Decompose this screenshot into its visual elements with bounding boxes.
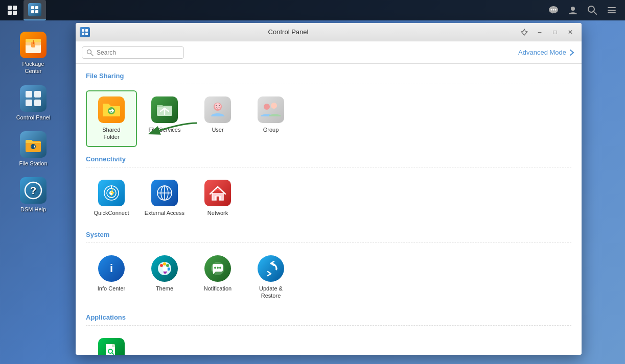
desktop-icon-dsm-help[interactable]: ? DSM Help	[5, 174, 61, 216]
svg-rect-15	[608, 7, 616, 8]
update-restore-icon-img	[258, 255, 284, 282]
window-app-icon	[80, 27, 90, 37]
section-applications: Applications	[86, 313, 571, 355]
window-toolbar: Advanced Mode	[76, 41, 582, 64]
user-label: User	[212, 126, 223, 133]
svg-line-14	[594, 12, 597, 15]
desktop-icon-file-station-label: File Station	[19, 160, 47, 167]
svg-rect-25	[26, 100, 32, 106]
window-titlebar: Control Panel – □ ✕	[76, 23, 582, 41]
desktop-icon-package-center[interactable]: PackageCenter	[5, 29, 61, 78]
search-icon[interactable]	[583, 1, 601, 19]
svg-point-47	[271, 103, 277, 109]
svg-point-10	[553, 9, 554, 11]
section-system-title: System	[86, 231, 571, 243]
svg-rect-34	[85, 29, 88, 32]
panel-icon-quickconnect[interactable]: QuickConnect	[86, 174, 137, 223]
desktop-icon-control-panel-label: Control Panel	[16, 114, 51, 121]
panel-icon-update-restore[interactable]: Update &Restore	[245, 249, 296, 306]
info-center-label: Info Center	[98, 285, 125, 292]
chat-icon[interactable]	[544, 1, 563, 19]
network-label: Network	[207, 209, 228, 216]
svg-rect-30	[32, 144, 34, 149]
panel-icon-shared-folder[interactable]: SharedFolder	[86, 90, 137, 147]
search-box-icon	[86, 49, 94, 56]
shared-folder-icon-img	[98, 96, 125, 123]
svg-rect-24	[34, 91, 41, 98]
annotation-arrow	[141, 118, 202, 149]
search-box[interactable]	[82, 46, 184, 59]
panel-icon-external-access[interactable]: External Access	[139, 174, 190, 223]
maximize-button[interactable]: □	[548, 27, 562, 38]
apps-button[interactable]	[2, 0, 22, 20]
desktop-icon-package-center-label: PackageCenter	[22, 60, 44, 75]
info-center-icon-img: i	[98, 255, 125, 282]
svg-rect-17	[608, 12, 616, 13]
panel-icon-notification[interactable]: Notification	[192, 249, 243, 306]
section-applications-title: Applications	[86, 313, 571, 326]
system-grid: i Info Center	[86, 249, 571, 306]
svg-rect-2	[8, 11, 12, 15]
panel-icon-network[interactable]: Network	[192, 174, 243, 223]
indexing-service-icon-img	[98, 338, 125, 355]
svg-rect-4	[31, 6, 34, 9]
svg-point-62	[166, 264, 169, 267]
advanced-mode-label: Advanced Mode	[518, 48, 566, 56]
taskbar	[0, 0, 625, 20]
svg-rect-0	[8, 6, 12, 10]
svg-rect-36	[85, 33, 88, 35]
svg-point-45	[219, 105, 220, 106]
section-connectivity: Connectivity	[86, 155, 571, 223]
file-sharing-grid: SharedFolder	[86, 90, 571, 147]
taskbar-right	[540, 1, 625, 19]
panel-icon-info-center[interactable]: i Info Center	[86, 249, 137, 306]
taskbar-control-panel[interactable]	[24, 0, 46, 20]
user-icon-img	[204, 96, 231, 123]
svg-point-46	[264, 104, 270, 110]
svg-rect-6	[31, 10, 34, 13]
svg-point-61	[163, 262, 166, 265]
window-controls: – □ ✕	[517, 27, 577, 38]
close-button[interactable]: ✕	[563, 27, 577, 38]
desktop-icon-control-panel[interactable]: Control Panel	[5, 82, 61, 124]
desktop-icon-dsm-help-label: DSM Help	[20, 206, 46, 213]
taskbar-left	[0, 0, 48, 20]
svg-rect-7	[35, 10, 38, 13]
svg-rect-33	[82, 29, 84, 32]
svg-line-38	[91, 53, 94, 56]
control-panel-window: Control Panel – □ ✕	[76, 23, 582, 355]
svg-point-67	[214, 266, 216, 269]
svg-rect-35	[82, 33, 84, 35]
svg-rect-3	[13, 11, 17, 15]
svg-point-9	[551, 9, 552, 11]
svg-point-11	[555, 9, 557, 11]
chevron-right-icon	[568, 49, 575, 56]
window-title: Control Panel	[93, 28, 483, 36]
theme-label: Theme	[156, 285, 173, 292]
user-icon[interactable]	[564, 1, 582, 19]
menu-icon[interactable]	[603, 1, 621, 19]
theme-icon-img	[151, 255, 178, 282]
connectivity-grid: QuickConnect	[86, 174, 571, 223]
svg-point-44	[216, 105, 217, 106]
notification-icon-img	[204, 255, 231, 282]
advanced-mode-button[interactable]: Advanced Mode	[518, 48, 575, 56]
pin-button[interactable]	[517, 27, 531, 38]
search-input[interactable]	[97, 49, 173, 56]
panel-icon-indexing-service[interactable]: Indexing Service	[86, 332, 137, 355]
quickconnect-label: QuickConnect	[94, 209, 129, 216]
shared-folder-label: SharedFolder	[102, 126, 120, 141]
svg-point-68	[217, 266, 219, 269]
external-access-label: External Access	[145, 209, 184, 216]
svg-point-65	[163, 266, 168, 272]
group-label: Group	[263, 126, 279, 133]
section-file-sharing-title: File Sharing	[86, 72, 571, 84]
minimize-button[interactable]: –	[533, 27, 547, 38]
panel-icon-group[interactable]: Group	[245, 90, 296, 147]
panel-icon-theme[interactable]: Theme	[139, 249, 190, 306]
external-access-icon-img	[151, 180, 178, 206]
desktop-icon-file-station[interactable]: File Station	[5, 128, 61, 170]
update-restore-label: Update &Restore	[259, 285, 283, 300]
network-icon-img	[204, 180, 231, 206]
svg-rect-1	[13, 6, 17, 10]
